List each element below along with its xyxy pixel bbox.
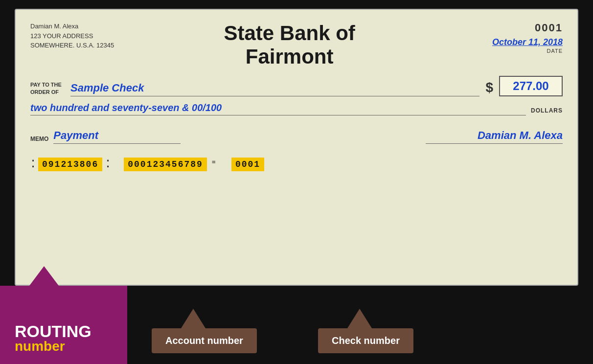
memo-label: MEMO bbox=[30, 136, 48, 144]
memo-line: Payment bbox=[53, 129, 181, 144]
check-top-row: Damian M. Alexa 123 YOUR ADDRESS SOMEWHE… bbox=[30, 22, 563, 69]
payee-name: Sample Check bbox=[70, 82, 144, 94]
written-amount-row: two hundred and seventy-seven & 00/100 D… bbox=[30, 102, 563, 115]
date-value: October 11, 2018 bbox=[492, 37, 563, 47]
dollar-sign: $ bbox=[485, 80, 493, 96]
micr-space2 bbox=[221, 159, 228, 170]
bank-name: State Bank of Fairmont bbox=[114, 22, 465, 69]
date-section: October 11, 2018 DATE bbox=[465, 37, 563, 54]
check-address: Damian M. Alexa 123 YOUR ADDRESS SOMEWHE… bbox=[30, 22, 114, 50]
signature-value: Damian M. Alexa bbox=[478, 129, 563, 141]
payee-line: Sample Check bbox=[70, 82, 479, 96]
micr-space bbox=[113, 159, 121, 170]
pay-to-row: PAY TO THE ORDER OF Sample Check $ 277.0… bbox=[30, 76, 563, 96]
memo-sig-row: MEMO Payment Damian M. Alexa bbox=[30, 129, 563, 144]
check-top-right: 0001 October 11, 2018 DATE bbox=[465, 22, 563, 54]
check-number-block: Check number bbox=[318, 328, 413, 353]
micr-check-number: 0001 bbox=[231, 158, 264, 171]
address-name: Damian M. Alexa bbox=[30, 22, 114, 31]
address-street: 123 YOUR ADDRESS bbox=[30, 31, 114, 41]
signature-line: Damian M. Alexa bbox=[426, 129, 563, 144]
routing-label-top: ROUTING bbox=[15, 323, 127, 340]
micr-sep: ⁼ bbox=[210, 158, 218, 170]
memo-section: MEMO Payment bbox=[30, 129, 416, 144]
address-city: SOMEWHERE. U.S.A. 12345 bbox=[30, 41, 114, 50]
bottom-bar: ROUTING number Account number Check numb… bbox=[0, 286, 593, 364]
micr-row: ⁚ 091213806 ⁚ 000123456789 ⁼ 0001 bbox=[30, 158, 563, 171]
check-body: Damian M. Alexa 123 YOUR ADDRESS SOMEWHE… bbox=[15, 9, 578, 286]
amount-value: 277.00 bbox=[513, 79, 548, 92]
micr-close1: ⁚ bbox=[105, 158, 110, 170]
pay-label: PAY TO THE ORDER OF bbox=[30, 81, 65, 96]
routing-block: ROUTING number bbox=[0, 286, 127, 364]
micr-account: 000123456789 bbox=[124, 158, 207, 171]
account-number-label: Account number bbox=[152, 328, 257, 353]
amount-box: 277.00 bbox=[499, 76, 563, 96]
date-label: DATE bbox=[547, 48, 563, 54]
dollars-label: DOLLARS bbox=[531, 107, 563, 115]
micr-open1: ⁚ bbox=[30, 158, 35, 170]
written-amount: two hundred and seventy-seven & 00/100 bbox=[30, 102, 222, 113]
account-number-block: Account number bbox=[152, 328, 257, 353]
check-number-display: 0001 bbox=[465, 22, 563, 34]
routing-label-bottom: number bbox=[15, 340, 127, 353]
written-amount-line: two hundred and seventy-seven & 00/100 bbox=[30, 102, 526, 115]
memo-value: Payment bbox=[53, 129, 98, 141]
micr-routing: 091213806 bbox=[38, 158, 102, 171]
check-number-label: Check number bbox=[318, 328, 413, 353]
